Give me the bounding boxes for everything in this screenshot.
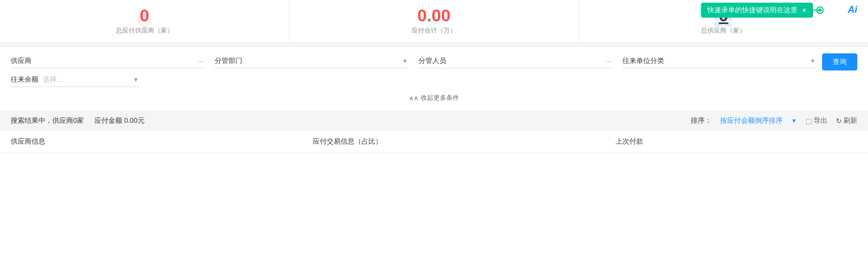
svg-point-5	[435, 18, 437, 20]
svg-rect-8	[715, 22, 723, 27]
results-actions: 排序： 按应付会额倒序排序 ▼ ⬚ 导出 ↻ 刷新	[691, 116, 857, 125]
tooltip-popup: 快速录单的快捷键说明在这里 ×	[701, 3, 812, 18]
filter-row-1: 供应商 ··· 分管部门 ▼ 分管人员 ··· 往来单位分类 ▼ 查询	[11, 53, 857, 70]
col-transaction-header: 应付交易信息（占比）	[313, 137, 615, 146]
export-button[interactable]: ⬚ 导出	[806, 116, 827, 125]
category-filter: 往来单位分类 ▼	[622, 56, 816, 68]
results-amount-text: 应付金额 0.00元	[94, 116, 145, 124]
stats-bar: 0 总应付供应商（家） 0.00 应付合计（万） 快速录单的快捷键说明在这里 ×	[0, 0, 868, 43]
collapse-up-icon: ∧∧	[409, 95, 419, 102]
refresh-icon: ↻	[836, 117, 842, 125]
svg-rect-9	[724, 22, 732, 27]
tooltip-close-btn[interactable]: ×	[802, 6, 806, 14]
balance-filter: 往来余额 选择... ▼	[11, 75, 139, 87]
refresh-button[interactable]: ↻ 刷新	[836, 116, 857, 125]
svg-point-4	[431, 18, 432, 20]
filter-row-2: 往来余额 选择... ▼	[11, 75, 857, 87]
sort-value[interactable]: 按应付会额倒序排序	[720, 116, 783, 125]
pig-icon	[421, 8, 447, 35]
supplier-filter: 供应商 ···	[11, 56, 204, 68]
ai-badge[interactable]: Ai	[848, 4, 857, 15]
person-label: 分管人员	[419, 56, 446, 66]
results-info-area: 搜索结果中，供应商0家 应付金额 0.00元	[11, 116, 145, 125]
tooltip-text: 快速录单的快捷键说明在这里	[707, 5, 798, 15]
table-body	[0, 153, 868, 275]
balance-arrow-icon[interactable]: ▼	[133, 76, 139, 83]
stat-total-suppliers: 快速录单的快捷键说明在这里 × 0 总供应商（家） Ai	[579, 0, 868, 42]
supplier-label: 供应商	[11, 56, 31, 66]
tooltip-dot	[817, 7, 823, 13]
sort-label: 排序：	[691, 116, 712, 125]
query-button[interactable]: 查询	[822, 53, 857, 70]
collapse-row: ∧∧ 收起更多条件	[11, 91, 857, 107]
col-last-pay-header: 上次付款	[616, 137, 857, 146]
dept-label: 分管部门	[215, 56, 242, 66]
balance-label: 往来余额	[11, 75, 38, 84]
results-info-text: 搜索结果中，供应商0家	[11, 116, 84, 124]
supplier-input[interactable]	[36, 57, 195, 65]
person-input[interactable]	[451, 57, 603, 65]
export-icon: ⬚	[806, 117, 812, 125]
stat-total-payable-suppliers: 0 总应付供应商（家）	[0, 0, 289, 42]
person-filter: 分管人员 ···	[419, 56, 612, 68]
balance-value: 选择...	[43, 75, 131, 84]
dept-filter: 分管部门 ▼	[215, 56, 408, 68]
category-arrow-icon[interactable]: ▼	[810, 58, 816, 64]
collapse-button[interactable]: ∧∧ 收起更多条件	[409, 93, 459, 103]
category-label: 往来单位分类	[622, 56, 664, 66]
stat-total-payable-amount: 0.00 应付合计（万）	[289, 0, 579, 42]
sort-arrow-icon[interactable]: ▼	[791, 117, 797, 124]
filter-area: 供应商 ··· 分管部门 ▼ 分管人员 ··· 往来单位分类 ▼ 查询 往来余额	[0, 47, 868, 112]
results-bar: 搜索结果中，供应商0家 应付金额 0.00元 排序： 按应付会额倒序排序 ▼ ⬚…	[0, 112, 868, 130]
diamond-icon	[131, 8, 158, 35]
person-dots-icon[interactable]: ···	[605, 57, 612, 65]
supplier-dots-icon[interactable]: ···	[198, 57, 204, 65]
col-supplier-header: 供应商信息	[11, 137, 313, 146]
collapse-label: 收起更多条件	[421, 93, 459, 103]
svg-rect-0	[135, 12, 154, 30]
dept-arrow-icon[interactable]: ▼	[402, 58, 408, 64]
table-header: 供应商信息 应付交易信息（占比） 上次付款	[0, 130, 868, 153]
